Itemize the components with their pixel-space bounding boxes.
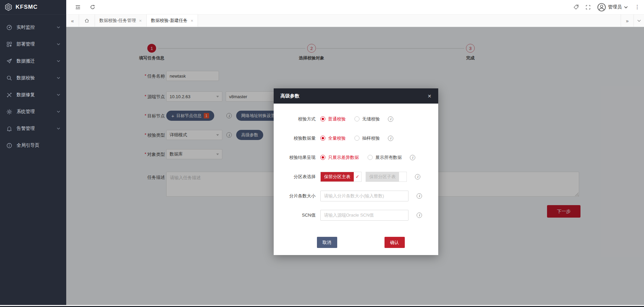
shard-size-label: 分片条数大小 <box>274 193 316 199</box>
sidebar-item-global-guide[interactable]: 全局引导页 <box>0 137 66 154</box>
info-icon[interactable]: i <box>417 193 422 199</box>
info-icon[interactable]: i <box>417 213 422 218</box>
scn-input[interactable] <box>320 210 408 221</box>
check-method-row: 校验方式 普通校验 无缝校验 i <box>274 109 438 129</box>
keep-main-partition-toggle[interactable]: 保留分区主表 ✓ <box>320 172 362 182</box>
data-volume-row: 校验数据量 全量校验 抽样校验 i <box>274 129 438 148</box>
migrate-icon <box>6 58 12 64</box>
info-icon[interactable]: i <box>388 116 393 122</box>
scn-label: SCN值 <box>274 212 316 218</box>
modal-title: 高级参数 <box>280 93 427 99</box>
sidebar-item-system-management[interactable]: 系统管理 <box>0 103 66 120</box>
advanced-params-modal: 高级参数 ✕ 校验方式 普通校验 无缝校验 i 校验数据量 全量校验 抽样校 <box>274 88 438 255</box>
sidebar: KFSMC 实时监控 部署管理 <box>0 0 66 305</box>
radio-full-check[interactable]: 全量校验 <box>320 135 346 141</box>
refresh-icon[interactable] <box>90 4 95 10</box>
info-icon[interactable]: i <box>410 155 415 160</box>
radio-selected-icon <box>320 136 325 141</box>
gear-icon <box>6 109 12 115</box>
chevron-down-icon <box>57 26 60 28</box>
deploy-icon <box>6 41 12 47</box>
result-display-row: 校验结果呈现 只展示差异数据 展示所有数据 i <box>274 148 438 167</box>
sidebar-item-data-verification[interactable]: 数据校验 <box>0 69 66 86</box>
keep-sub-partition-toggle[interactable]: 保留分区子表 <box>366 172 407 182</box>
menu-fold-icon[interactable] <box>75 4 81 10</box>
chevron-down-icon <box>57 77 60 79</box>
radio-selected-icon <box>320 116 325 121</box>
tabs-menu-chevron-icon[interactable] <box>634 15 644 27</box>
user-name: 管理员 <box>608 4 622 10</box>
logo-icon <box>4 3 13 11</box>
sidebar-item-label: 数据搬迁 <box>17 58 35 64</box>
data-volume-label: 校验数据量 <box>274 135 316 141</box>
chevron-down-icon <box>57 128 60 130</box>
modal-body: 校验方式 普通校验 无缝校验 i 校验数据量 全量校验 抽样校验 i <box>274 104 438 255</box>
tabs-expand-right-icon[interactable]: » <box>621 15 634 27</box>
close-icon[interactable]: ✕ <box>139 19 142 23</box>
info-icon[interactable]: i <box>388 136 393 141</box>
shard-size-row: 分片条数大小 i <box>274 186 438 205</box>
tag-icon[interactable] <box>573 4 579 10</box>
check-method-label: 校验方式 <box>274 116 316 122</box>
radio-sample-check[interactable]: 抽样校验 <box>354 135 380 141</box>
sidebar-item-data-migration[interactable]: 数据搬迁 <box>0 53 66 69</box>
topbar-right-icons: 管理员 ⋮ <box>573 0 640 14</box>
chevron-down-icon <box>57 43 60 45</box>
bell-icon <box>6 126 12 132</box>
sidebar-item-label: 数据校验 <box>17 75 35 81</box>
radio-normal-check[interactable]: 普通校验 <box>320 116 346 122</box>
app-title: KFSMC <box>16 4 38 10</box>
radio-all-data[interactable]: 展示所有数据 <box>368 155 402 161</box>
top-bar: 管理员 ⋮ <box>66 0 644 15</box>
shard-size-input[interactable] <box>320 191 408 201</box>
radio-selected-icon <box>320 155 325 160</box>
chevron-down-icon <box>57 60 60 62</box>
radio-unselected-icon <box>354 116 360 121</box>
monitor-icon <box>6 25 12 30</box>
result-display-label: 校验结果呈现 <box>274 155 316 161</box>
home-icon <box>84 18 90 23</box>
tabs-collapse-left-icon[interactable]: « <box>66 15 79 27</box>
sidebar-item-label: 实时监控 <box>17 24 35 30</box>
info-circle-icon <box>6 143 12 148</box>
more-vertical-icon[interactable]: ⋮ <box>635 4 640 10</box>
tab-new-task[interactable]: 数据校验-新建任务 ✕ <box>147 15 198 27</box>
sidebar-item-alert-management[interactable]: 告警管理 <box>0 120 66 137</box>
info-icon[interactable]: i <box>415 174 420 179</box>
sidebar-nav: 实时监控 部署管理 数据搬迁 <box>0 19 66 154</box>
tab-label: 数据校验-新建任务 <box>151 18 188 24</box>
app-logo: KFSMC <box>0 0 66 15</box>
close-icon[interactable]: ✕ <box>191 19 193 23</box>
check-icon: ✓ <box>354 172 361 182</box>
sidebar-item-realtime-monitor[interactable]: 实时监控 <box>0 19 66 36</box>
radio-diff-only[interactable]: 只展示差异数据 <box>320 155 359 161</box>
radio-seamless-check[interactable]: 无缝校验 <box>354 116 380 122</box>
empty-checkbox <box>399 172 406 182</box>
tab-bar: « 数据校验-任务管理 ✕ 数据校验-新建任务 ✕ » <box>66 15 644 27</box>
partition-table-label: 分区表选择 <box>274 174 316 180</box>
radio-unselected-icon <box>368 155 373 160</box>
sidebar-item-label: 系统管理 <box>17 109 35 115</box>
chevron-down-icon <box>624 6 628 8</box>
repair-icon <box>6 92 12 98</box>
avatar <box>597 3 606 11</box>
tab-task-management[interactable]: 数据校验-任务管理 ✕ <box>95 15 147 27</box>
fullscreen-icon[interactable] <box>586 5 591 10</box>
modal-header: 高级参数 ✕ <box>274 88 438 104</box>
close-icon[interactable]: ✕ <box>427 93 431 99</box>
radio-unselected-icon <box>354 136 360 141</box>
user-menu[interactable]: 管理员 <box>597 3 628 11</box>
sidebar-item-label: 部署管理 <box>17 41 35 47</box>
sidebar-item-data-repair[interactable]: 数据修复 <box>0 86 66 103</box>
sidebar-item-label: 数据修复 <box>17 92 35 98</box>
cancel-button[interactable]: 取消 <box>317 237 337 248</box>
topbar-left-icons <box>75 0 95 14</box>
confirm-button[interactable]: 确认 <box>385 237 405 248</box>
home-tab[interactable] <box>79 15 95 27</box>
scn-row: SCN值 i <box>274 205 438 225</box>
sidebar-item-deploy-management[interactable]: 部署管理 <box>0 36 66 53</box>
sidebar-item-label: 告警管理 <box>17 125 35 132</box>
chevron-down-icon <box>57 94 60 96</box>
verify-icon <box>6 75 12 81</box>
sidebar-item-label: 全局引导页 <box>17 142 40 148</box>
